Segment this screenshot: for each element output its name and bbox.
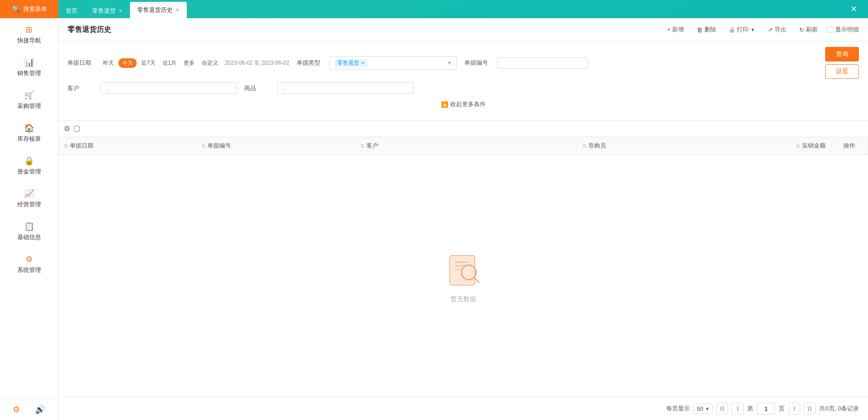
filter-row-collapse: 🔼 收起更多条件 (67, 97, 859, 111)
delete-label: 删除 (704, 26, 716, 34)
collapse-up-icon: 🔼 (441, 101, 448, 108)
th-guide: ⇅ 导购员 (577, 137, 714, 154)
display-detail-toggle[interactable]: 显示明细 (827, 26, 859, 34)
total-info: 共0页, 0条记录 (819, 405, 859, 413)
first-page-btn[interactable]: ⟨⟨ (716, 403, 728, 415)
sidebar-volume-btn[interactable]: 🔊 (35, 405, 45, 415)
display-detail-checkbox[interactable] (827, 26, 833, 33)
sort-icon-amount[interactable]: ⇅ (796, 143, 800, 149)
new-btn[interactable]: + 新增 (663, 24, 688, 36)
sidebar-item-inventory[interactable]: 🏠 库存核算 (0, 117, 58, 149)
sidebar-settings-btn[interactable]: ⚙ (13, 405, 20, 415)
date-opt-custom[interactable]: 自定义 (199, 58, 221, 68)
doc-type-arrow-icon: ▼ (447, 60, 452, 66)
new-label: + 新增 (667, 26, 684, 34)
goods-dots: ... (282, 85, 287, 92)
table-toolbar: ⚙ (58, 121, 868, 137)
last-page-btn[interactable]: ⟩⟩ (804, 403, 816, 415)
quick-nav-icon: ⊞ (26, 25, 32, 35)
content-area: 零售退货历史 + 新增 🗑 删除 🖨 打印 ▼ ↗ 导出 (58, 18, 868, 420)
date-opt-1month[interactable]: 近1月 (160, 58, 180, 68)
sidebar-item-label: 销售管理 (17, 69, 41, 77)
sort-icon-date[interactable]: ⇅ (64, 143, 68, 149)
filter-area: 单据日期 昨天 今天 近7天 近1月 更多 自定义 2023-06-02 至 2… (58, 41, 868, 121)
sort-icon-doc[interactable]: ⇅ (201, 143, 205, 149)
empty-text: 暂无数据 (451, 295, 476, 303)
finance-icon: 🔒 (24, 156, 34, 166)
tab-retail-return[interactable]: 零售退货 ✕ (85, 4, 130, 18)
sort-icon-guide[interactable]: ⇅ (582, 143, 586, 149)
th-date: ⇅ 单据日期 (58, 137, 196, 154)
sidebar-item-operations[interactable]: 📈 经营管理 (0, 182, 58, 215)
doc-type-content: 零售退货 ✕ (334, 59, 368, 67)
refresh-btn[interactable]: ↻ 刷新 (796, 24, 822, 36)
search-icon: 🔍 (12, 5, 21, 13)
tab-home[interactable]: 首页 (58, 4, 85, 18)
page-size-value: 50 (697, 405, 703, 412)
search-label: 搜索菜单 (23, 5, 47, 13)
table-area: ⚙ ⇅ 单据日期 ⇅ 单据编号 ⇅ 客户 ⇅ 导购员 (58, 121, 868, 397)
collapse-label: 收起更多条件 (450, 100, 486, 108)
filter-row-2: 客户 ... 商品 ... (67, 82, 859, 94)
delete-btn[interactable]: 🗑 删除 (693, 24, 720, 36)
th-amount: ⇅ 实销金额 (715, 137, 832, 154)
settings-btn[interactable]: 设置 (825, 64, 859, 79)
page-number-input[interactable] (757, 403, 775, 415)
print-btn[interactable]: 🖨 打印 ▼ (725, 24, 759, 36)
doc-type-label: 单据类型 (297, 59, 322, 67)
inventory-icon: 🏠 (24, 123, 34, 133)
window-close-btn[interactable]: ✕ (847, 5, 861, 14)
pagination: 每页显示 50 ▼ ⟨⟨ ⟨ 第 页 ⟩ ⟩⟩ 共0页, 0条记录 (58, 397, 868, 420)
top-right: ✕ (847, 4, 868, 14)
doc-type-select[interactable]: 零售退货 ✕ ▼ (329, 56, 457, 70)
doc-number-label: 单据编号 (464, 59, 490, 67)
purchase-icon: 🛒 (24, 90, 34, 100)
sidebar-item-basic-info[interactable]: 📋 基础信息 (0, 215, 58, 248)
sidebar-item-finance[interactable]: 🔒 资金管理 (0, 149, 58, 182)
doc-type-tag-close[interactable]: ✕ (361, 60, 365, 66)
goods-input[interactable]: ... (277, 82, 414, 94)
export-btn[interactable]: ↗ 导出 (764, 24, 790, 36)
main-layout: ⊞ 快捷导航 📊 销售管理 🛒 采购管理 🏠 库存核算 🔒 资金管理 📈 经营管… (0, 18, 868, 420)
tab-retail-return-close[interactable]: ✕ (118, 8, 123, 14)
date-opt-more[interactable]: 更多 (181, 58, 197, 68)
date-opt-yesterday[interactable]: 昨天 (100, 58, 117, 68)
refresh-label: 刷新 (806, 26, 818, 34)
print-label: 打印 (737, 26, 749, 34)
sidebar-item-sales-mgmt[interactable]: 📊 销售管理 (0, 51, 58, 84)
sort-icon-customer[interactable]: ⇅ (360, 143, 365, 149)
filter-row-1: 单据日期 昨天 今天 近7天 近1月 更多 自定义 2023-06-02 至 2… (67, 47, 859, 79)
page-size-select[interactable]: 50 ▼ (693, 404, 713, 414)
search-area[interactable]: 🔍 搜索菜单 (0, 0, 58, 18)
date-opt-today[interactable]: 今天 (118, 58, 137, 68)
svg-rect-1 (454, 261, 468, 263)
date-range-display: 2023-06-02 至 2023-06-02 (225, 59, 289, 67)
print-icon: 🖨 (729, 26, 735, 33)
select-all-checkbox[interactable] (74, 126, 80, 132)
display-detail-label: 显示明细 (835, 26, 859, 34)
collapse-btn[interactable]: 🔼 收起更多条件 (441, 97, 486, 111)
next-page-btn[interactable]: ⟩ (788, 403, 800, 415)
sales-icon: 📊 (24, 57, 34, 67)
doc-number-input[interactable] (497, 57, 588, 69)
delete-icon: 🗑 (697, 26, 703, 33)
query-btn[interactable]: 查询 (825, 47, 859, 61)
tab-retail-return-history-close[interactable]: ✕ (175, 7, 180, 13)
sidebar-item-purchase-mgmt[interactable]: 🛒 采购管理 (0, 84, 58, 117)
right-filter-buttons: 查询 设置 (825, 47, 859, 79)
prev-page-btn[interactable]: ⟨ (732, 403, 744, 415)
th-action: 操作 (832, 137, 868, 154)
sidebar-item-label: 资金管理 (17, 168, 41, 176)
tab-bar: 首页 零售退货 ✕ 零售退货历史 ✕ (58, 0, 847, 18)
date-filter-label: 单据日期 (67, 59, 93, 67)
date-opt-7days[interactable]: 近7天 (139, 58, 158, 68)
customer-input[interactable]: ... (100, 82, 237, 94)
column-settings-btn[interactable]: ⚙ (64, 124, 70, 133)
sidebar-item-system-mgmt[interactable]: ⚙ 系统管理 (0, 248, 58, 281)
tab-retail-return-history[interactable]: 零售退货历史 ✕ (130, 2, 187, 18)
page-label: 第 (747, 405, 753, 413)
sidebar-item-quick-nav[interactable]: ⊞ 快捷导航 (0, 18, 58, 51)
svg-point-5 (464, 267, 474, 277)
refresh-icon: ↻ (799, 26, 804, 33)
export-label: 导出 (775, 26, 786, 34)
